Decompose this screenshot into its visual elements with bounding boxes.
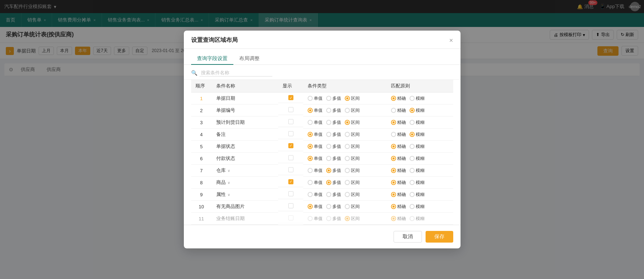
radio-match-exact[interactable]: 精确 — [391, 192, 406, 198]
radio-type-single[interactable]: 单值 — [308, 216, 323, 222]
radio-type-range[interactable]: 区间 — [345, 107, 360, 114]
radio-type-single[interactable]: 单值 — [308, 107, 323, 114]
row-display-checkbox[interactable] — [278, 189, 303, 199]
checkbox[interactable] — [288, 131, 293, 136]
radio-type-range[interactable]: 区间 — [345, 216, 360, 222]
radio-match-fuzzy[interactable]: 模糊 — [410, 204, 424, 210]
radio-match-exact[interactable]: 精确 — [391, 119, 406, 126]
radio-circle — [410, 204, 415, 209]
row-display-checkbox[interactable] — [278, 165, 303, 175]
radio-type-range[interactable]: 区间 — [345, 180, 360, 186]
checkbox[interactable] — [288, 203, 293, 208]
radio-match-fuzzy[interactable]: 模糊 — [410, 131, 424, 138]
radio-type-multi[interactable]: 多值 — [326, 95, 341, 102]
modal-close-button[interactable]: × — [449, 37, 453, 44]
radio-match-exact[interactable]: 精确 — [391, 180, 406, 186]
row-display-checkbox[interactable]: ✓ — [278, 177, 303, 187]
radio-type-multi[interactable]: 多值 — [326, 216, 341, 222]
row-name: 业务结账日期 — [212, 213, 278, 225]
radio-type-single[interactable]: 单值 — [308, 168, 323, 174]
radio-type-range[interactable]: 区间 — [345, 192, 360, 198]
radio-type-single[interactable]: 单值 — [308, 144, 323, 150]
radio-match-fuzzy[interactable]: 模糊 — [410, 107, 424, 114]
checkbox[interactable]: ✓ — [288, 95, 293, 100]
row-match-radio: 精确模糊 — [387, 105, 453, 117]
radio-type-multi[interactable]: 多值 — [326, 119, 341, 126]
radio-match-fuzzy[interactable]: 模糊 — [410, 180, 424, 186]
radio-circle — [308, 96, 313, 101]
radio-type-range[interactable]: 区间 — [345, 144, 360, 150]
save-button[interactable]: 保存 — [426, 231, 453, 243]
row-display-checkbox[interactable]: ✓ — [278, 141, 303, 151]
modal-tab-query-fields[interactable]: 查询字段设置 — [191, 53, 233, 65]
radio-type-range[interactable]: 区间 — [345, 119, 360, 126]
radio-type-multi[interactable]: 多值 — [326, 168, 341, 174]
radio-type-single[interactable]: 单值 — [308, 95, 323, 102]
radio-type-multi[interactable]: 多值 — [326, 180, 341, 186]
checkbox[interactable] — [288, 191, 293, 196]
radio-type-range[interactable]: 区间 — [345, 204, 360, 210]
radio-circle — [308, 204, 313, 209]
radio-type-multi[interactable]: 多值 — [326, 144, 341, 150]
checkbox[interactable]: ✓ — [288, 179, 293, 184]
radio-match-exact[interactable]: 精确 — [391, 107, 406, 114]
radio-match-fuzzy[interactable]: 模糊 — [410, 192, 424, 198]
radio-type-multi[interactable]: 多值 — [326, 156, 341, 162]
modal-tab-layout[interactable]: 布局调整 — [233, 53, 265, 65]
radio-match-exact[interactable]: 精确 — [391, 156, 406, 162]
row-display-checkbox[interactable] — [278, 105, 303, 115]
radio-match-fuzzy[interactable]: 模糊 — [410, 168, 424, 174]
radio-circle — [308, 156, 313, 161]
row-display-checkbox[interactable]: ✓ — [278, 93, 303, 103]
radio-circle — [326, 168, 331, 173]
row-display-checkbox[interactable] — [278, 153, 303, 163]
row-match-radio: 精确模糊 — [387, 165, 453, 177]
radio-type-range[interactable]: 区间 — [345, 156, 360, 162]
checkbox[interactable] — [288, 215, 293, 220]
radio-match-exact[interactable]: 精确 — [391, 216, 406, 222]
radio-match-exact[interactable]: 精确 — [391, 168, 406, 174]
checkbox[interactable] — [288, 167, 293, 172]
radio-type-single[interactable]: 单值 — [308, 131, 323, 138]
checkbox[interactable] — [288, 107, 293, 112]
radio-type-multi[interactable]: 多值 — [326, 192, 341, 198]
radio-type-range[interactable]: 区间 — [345, 168, 360, 174]
radio-type-multi[interactable]: 多值 — [326, 131, 341, 138]
checkbox[interactable]: ✓ — [288, 143, 293, 148]
radio-match-fuzzy[interactable]: 模糊 — [410, 216, 424, 222]
radio-match-fuzzy[interactable]: 模糊 — [410, 156, 424, 162]
row-match-radio: 精确模糊 — [387, 141, 453, 153]
radio-type-multi[interactable]: 多值 — [326, 107, 341, 114]
row-name: 有无商品图片 — [212, 201, 278, 213]
radio-type-single[interactable]: 单值 — [308, 192, 323, 198]
row-display-checkbox[interactable] — [278, 201, 303, 211]
search-input[interactable] — [199, 69, 272, 76]
radio-match-exact[interactable]: 精确 — [391, 204, 406, 210]
checkbox[interactable] — [288, 119, 293, 124]
radio-type-range[interactable]: 区间 — [345, 131, 360, 138]
radio-circle — [326, 108, 331, 113]
row-display-checkbox[interactable] — [278, 129, 303, 139]
th-display: 显示 — [278, 80, 303, 93]
radio-match-fuzzy[interactable]: 模糊 — [410, 144, 424, 150]
radio-match-exact[interactable]: 精确 — [391, 95, 406, 102]
row-order: 2 — [191, 105, 212, 117]
radio-match-exact[interactable]: 精确 — [391, 131, 406, 138]
radio-match-fuzzy[interactable]: 模糊 — [410, 119, 424, 126]
radio-type-range[interactable]: 区间 — [345, 95, 360, 102]
radio-type-multi[interactable]: 多值 — [326, 204, 341, 210]
table-row: 8商品 ∨✓单值多值区间精确模糊 — [191, 177, 453, 189]
radio-type-single[interactable]: 单值 — [308, 180, 323, 186]
radio-circle — [326, 192, 331, 197]
radio-match-exact[interactable]: 精确 — [391, 144, 406, 150]
row-type-radio: 单值多值区间 — [303, 93, 387, 105]
cancel-button[interactable]: 取消 — [394, 231, 422, 243]
row-display-checkbox[interactable] — [278, 213, 303, 223]
radio-type-single[interactable]: 单值 — [308, 204, 323, 210]
radio-match-fuzzy[interactable]: 模糊 — [410, 95, 424, 102]
row-display-checkbox[interactable] — [278, 117, 303, 127]
radio-circle — [391, 96, 396, 101]
checkbox[interactable] — [288, 155, 293, 160]
radio-type-single[interactable]: 单值 — [308, 156, 323, 162]
radio-type-single[interactable]: 单值 — [308, 119, 323, 126]
